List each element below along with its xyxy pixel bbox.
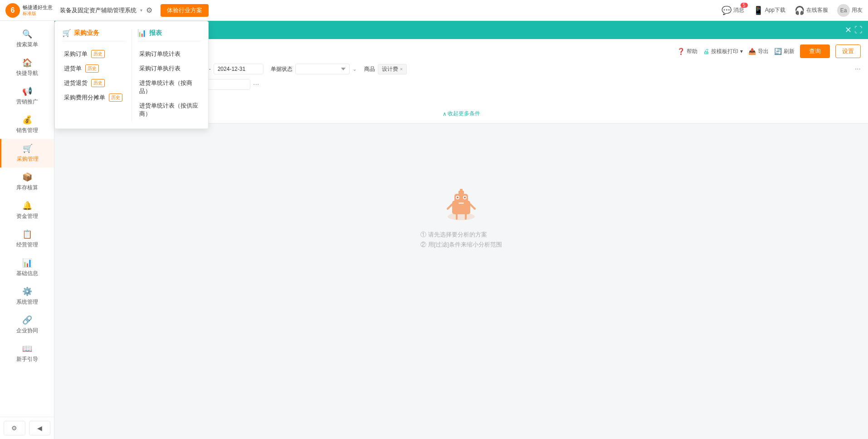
sidebar-label-system: 系统管理 xyxy=(16,298,38,306)
svg-line-9 xyxy=(470,204,475,209)
message-icon: 💬 xyxy=(722,5,731,15)
home-icon: 🏠 xyxy=(22,58,32,68)
message-badge: 5 xyxy=(741,3,748,8)
purchase-dropdown-overlay: 🛒 采购业务 采购订单 历史 进货单 历史 进货退货 历史 采购费用分摊单 历史 xyxy=(54,21,209,129)
print-label: 按模板打印 xyxy=(711,48,738,55)
history-badge-2: 历史 xyxy=(91,79,105,87)
purchase-business-icon: 🛒 xyxy=(62,29,71,37)
sidebar-item-basic[interactable]: 📊 基础信息 xyxy=(0,253,54,282)
sidebar-item-operations[interactable]: 📋 经营管理 xyxy=(0,225,54,253)
export-btn[interactable]: 📤 导出 xyxy=(748,48,769,55)
refresh-btn[interactable]: 🔄 刷新 xyxy=(774,48,795,55)
tab-expand-icon[interactable]: ⛶ xyxy=(854,25,863,35)
sidebar-bottom: ⚙ ◀ xyxy=(0,417,54,439)
app-logo: 6 xyxy=(5,3,20,18)
online-service-item[interactable]: 🎧 在线客服 xyxy=(795,5,828,15)
query-button[interactable]: 查询 xyxy=(800,44,830,58)
sidebar-item-inventory[interactable]: 📦 库存核算 xyxy=(0,168,54,196)
finance-icon: 🔔 xyxy=(22,201,32,211)
online-service-label: 在线客服 xyxy=(806,6,828,14)
export-label: 导出 xyxy=(758,48,769,55)
sidebar-label-sales: 销售管理 xyxy=(16,127,38,134)
empty-tip-1: ① 请先选择要分析的方案 xyxy=(420,231,502,239)
date-separator: - xyxy=(209,66,211,72)
sidebar-item-purchase[interactable]: 🛒 采购管理 xyxy=(0,139,54,168)
sidebar-collapse-btn[interactable]: ◀ xyxy=(29,421,51,435)
sidebar-item-search[interactable]: 🔍 搜索菜单 xyxy=(0,25,54,53)
empty-tip-2: ② 用[过滤]条件来缩小分析范围 xyxy=(420,241,502,249)
logo-text: 畅捷通好生意 标准版 xyxy=(23,4,53,16)
system-title-area: 装备及固定资产辅助管理系统 ▾ ⚙ 体验行业方案 xyxy=(60,4,722,17)
purchase-business-title: 🛒 采购业务 xyxy=(62,29,126,41)
svg-line-8 xyxy=(448,204,452,209)
incoming-label: 进货单 xyxy=(64,64,82,73)
report-section: 📊 报表 采购订单统计表 采购订单执行表 进货单统计表（按商品） 进货单统计表（… xyxy=(137,29,201,121)
sidebar-item-marketing[interactable]: 📢 营销推广 xyxy=(0,82,54,110)
report-section-title: 📊 报表 xyxy=(137,29,201,41)
order-exec-label: 采购订单执行表 xyxy=(139,64,180,73)
menu-item-return[interactable]: 进货退货 历史 xyxy=(62,76,126,90)
incoming-stats-supplier-label: 进货单统计表（按供应商） xyxy=(139,102,200,118)
goods-filter-more-icon[interactable]: ··· xyxy=(855,65,861,73)
sidebar-label-purchase: 采购管理 xyxy=(17,155,39,163)
menu-item-incoming-stats-supplier[interactable]: 进货单统计表（按供应商） xyxy=(137,99,201,121)
sidebar-item-sales[interactable]: 💰 销售管理 xyxy=(0,110,54,139)
sidebar-label-inventory: 库存核算 xyxy=(16,184,38,192)
tab-close-all-icon[interactable]: ✕ xyxy=(845,25,852,35)
sidebar-label-search: 搜索菜单 xyxy=(16,41,38,49)
menu-item-purchase-order[interactable]: 采购订单 历史 xyxy=(62,47,126,61)
report-icon: 📊 xyxy=(137,29,146,37)
user-avatar: Ea xyxy=(837,4,850,17)
purchase-business-section: 🛒 采购业务 采购订单 历史 进货单 历史 进货退货 历史 采购费用分摊单 历史 xyxy=(62,29,126,121)
sidebar-item-enterprise[interactable]: 🔗 企业协同 xyxy=(0,311,54,339)
sidebar-label-enterprise: 企业协同 xyxy=(16,327,38,335)
purchase-icon: 🛒 xyxy=(23,143,33,153)
menu-item-incoming[interactable]: 进货单 历史 xyxy=(62,61,126,76)
voucher-status-select[interactable] xyxy=(295,64,350,74)
svg-rect-12 xyxy=(458,191,464,194)
menu-item-expense[interactable]: 采购费用分摊单 历史 xyxy=(62,90,126,105)
user-item[interactable]: Ea 用友 xyxy=(837,4,863,17)
salesperson-more-icon[interactable]: ··· xyxy=(253,80,259,89)
refresh-label: 刷新 xyxy=(784,48,795,55)
circle-1: ① xyxy=(420,231,428,238)
svg-rect-7 xyxy=(458,202,464,204)
menu-divider xyxy=(132,29,132,121)
sidebar-label-marketing: 营销推广 xyxy=(16,98,38,106)
operations-icon: 📋 xyxy=(22,229,32,239)
sidebar-item-system[interactable]: ⚙️ 系统管理 xyxy=(0,282,54,311)
print-dropdown-icon[interactable]: ▾ xyxy=(740,48,743,54)
goods-filter: 商品 设计费 × xyxy=(364,64,407,74)
system-title-text: 装备及固定资产辅助管理系统 xyxy=(60,6,137,15)
message-icon-item[interactable]: 💬 消息 5 xyxy=(722,5,744,15)
menu-item-order-exec[interactable]: 采购订单执行表 xyxy=(137,61,201,76)
industry-btn[interactable]: 体验行业方案 xyxy=(161,4,209,17)
goods-tag-close[interactable]: × xyxy=(400,66,403,72)
app-download-item[interactable]: 📱 App下载 xyxy=(753,5,785,15)
search-icon: 🔍 xyxy=(22,29,32,39)
guide-icon: 📖 xyxy=(22,344,32,354)
enterprise-icon: 🔗 xyxy=(22,315,32,325)
menu-item-order-stats[interactable]: 采购订单统计表 xyxy=(137,47,201,61)
sidebar-item-guide[interactable]: 📖 新手引导 xyxy=(0,339,54,368)
print-btn[interactable]: 🖨 按模板打印 ▾ xyxy=(703,48,743,55)
voucher-status-expand-icon[interactable]: ⌄ xyxy=(352,66,357,72)
phone-icon: 📱 xyxy=(753,5,763,15)
avatar-text: Ea xyxy=(840,7,847,14)
date-end-input[interactable] xyxy=(214,64,263,74)
sidebar-item-finance[interactable]: 🔔 资金管理 xyxy=(0,196,54,225)
settings-button[interactable]: 设置 xyxy=(835,44,861,58)
header-right: 💬 消息 5 📱 App下载 🎧 在线客服 Ea 用友 xyxy=(722,4,863,17)
system-title-dropdown-icon[interactable]: ▾ xyxy=(140,8,142,13)
settings-gear-icon[interactable]: ⚙ xyxy=(146,6,152,15)
help-icon: ❓ xyxy=(677,48,685,55)
app-download-label: App下载 xyxy=(765,6,785,14)
tab-bar-right: ✕ ⛶ xyxy=(839,25,868,35)
voucher-status-filter: 单据状态 ⌄ xyxy=(271,64,357,74)
sidebar-settings-btn[interactable]: ⚙ xyxy=(4,421,25,435)
system-icon: ⚙️ xyxy=(22,286,32,296)
sidebar-item-quick[interactable]: 🏠 快捷导航 xyxy=(0,53,54,82)
help-btn[interactable]: ❓ 帮助 xyxy=(677,48,697,55)
user-label: 用友 xyxy=(852,6,863,14)
menu-item-incoming-stats-goods[interactable]: 进货单统计表（按商品） xyxy=(137,76,201,99)
